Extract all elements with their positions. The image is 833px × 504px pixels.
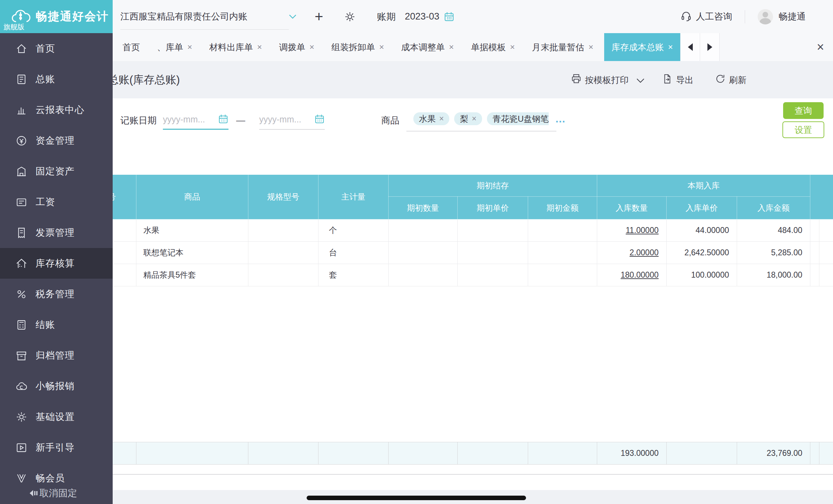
in-qty-link[interactable]: 11.00000	[626, 226, 659, 235]
col-header-in-qty: 入库数量	[597, 197, 667, 219]
remove-tag-icon[interactable]: ×	[472, 114, 476, 123]
play-guide-icon	[16, 442, 27, 453]
tab-close-icon[interactable]: ×	[257, 42, 262, 52]
tab-inventory-cost-ledger[interactable]: 库存成本总账×	[604, 33, 680, 61]
filter-bar: 记账日期 yyyy-mm... — yyyy-mm... 商品 水果 ×	[113, 98, 833, 145]
tab-material-outbound[interactable]: 材料出库单×	[202, 33, 269, 61]
horizontal-scrollbar[interactable]	[307, 496, 526, 500]
sidebar-item-cloud-reports[interactable]: 云报表中心	[0, 95, 113, 125]
table-row: 水果 个 11.00000 44.00000 484.00	[88, 219, 833, 242]
add-account-button[interactable]: +	[315, 9, 323, 24]
app-title: 畅捷通好会计	[36, 9, 109, 24]
cell-unit: 台	[318, 242, 389, 264]
user-name[interactable]: 畅捷通	[779, 10, 806, 23]
tab-close-icon[interactable]: ×	[309, 42, 314, 52]
warehouse-icon	[16, 258, 27, 269]
tab-close-icon[interactable]: ×	[379, 42, 384, 52]
export-button[interactable]: 导出	[662, 74, 693, 86]
sidebar-item-archive[interactable]: 归档管理	[0, 340, 113, 371]
print-by-template-button[interactable]: 按模板打印	[571, 74, 629, 86]
date-filter-label: 记账日期	[120, 114, 157, 127]
tab-bar: 首页 、库单× 材料出库单× 调拨单× 组装拆卸单× 成本调整单× 单据模板× …	[113, 33, 833, 61]
sidebar-item-reimburse[interactable]: 小畅报销	[0, 371, 113, 401]
sidebar-item-tax[interactable]: 税务管理	[0, 279, 113, 309]
product-tags: 水果 × 梨 × 青花瓷U盘钢笔 …	[413, 112, 566, 129]
tab-inbound[interactable]: 、库单×	[150, 33, 200, 61]
inventory-ledger-table: 号 商品 规格型号 主计量 期初结存 本期入库 期初数量 期初单价 期初金额 入…	[87, 174, 833, 286]
refresh-label: 刷新	[729, 74, 746, 86]
cell-in-amount: 484.00	[737, 219, 810, 242]
in-qty-link[interactable]: 2.00000	[630, 248, 659, 257]
tab-transfer[interactable]: 调拨单×	[272, 33, 322, 61]
tab-cost-adjust[interactable]: 成本调整单×	[394, 33, 461, 61]
period-calendar-icon[interactable]	[444, 11, 455, 22]
sidebar-item-invoices[interactable]: 发票管理	[0, 217, 113, 248]
in-qty-link[interactable]: 180.00000	[621, 270, 659, 279]
sidebar-item-label: 新手引导	[36, 441, 75, 454]
settings-button[interactable]: 设置	[782, 121, 824, 138]
export-icon	[662, 74, 673, 86]
unpin-sidebar-button[interactable]: 取消固定	[0, 482, 113, 504]
sidebar-item-guide[interactable]: 新手引导	[0, 432, 113, 463]
calendar-icon[interactable]	[218, 114, 228, 126]
tab-scroll-left-button[interactable]	[681, 33, 700, 61]
sidebar-item-funds[interactable]: 资金管理	[0, 125, 113, 156]
sidebar-item-settings[interactable]: 基础设置	[0, 401, 113, 432]
app-edition: 旗舰版	[3, 22, 24, 32]
tab-assembly[interactable]: 组装拆卸单×	[324, 33, 391, 61]
cell-unit: 个	[318, 219, 389, 242]
close-all-tabs-button[interactable]: ×	[808, 33, 833, 61]
sidebar-item-label: 首页	[36, 42, 55, 55]
tab-label: 、库单	[157, 42, 183, 53]
chevron-down-icon	[289, 14, 297, 19]
tab-doc-template[interactable]: 单据模板×	[464, 33, 522, 61]
page-title: 总账(库存总账)	[108, 73, 180, 87]
unpin-label: 取消固定	[39, 487, 77, 499]
collapse-icon	[29, 489, 38, 497]
sidebar-item-payroll[interactable]: 工资	[0, 187, 113, 217]
tab-close-icon[interactable]: ×	[510, 42, 515, 52]
tab-scroll-nav	[680, 33, 720, 61]
support-button[interactable]: 人工咨询	[681, 10, 732, 23]
cell-product: 联想笔记本	[136, 242, 248, 264]
tab-close-icon[interactable]: ×	[187, 42, 192, 52]
gear-icon	[16, 411, 27, 423]
product-tag: 青花瓷U盘钢笔	[487, 112, 549, 125]
cell-product: 水果	[136, 219, 248, 242]
tab-close-icon[interactable]: ×	[449, 42, 454, 52]
company-selector[interactable]: 江西服宝精品有限责任公司内账	[120, 10, 297, 23]
tab-close-icon[interactable]: ×	[588, 42, 593, 52]
table-row: 精品茶具5件套 套 180.00000 100.00000 18,000.00	[88, 264, 833, 286]
sidebar-item-label: 税务管理	[36, 288, 75, 300]
sidebar-item-closing[interactable]: 结账	[0, 309, 113, 340]
tab-home[interactable]: 首页	[115, 33, 147, 61]
sidebar-item-fixed-assets[interactable]: 固定资产	[0, 156, 113, 187]
query-button[interactable]: 查询	[783, 102, 824, 119]
export-label: 导出	[676, 74, 693, 86]
cloud-logo-icon	[11, 9, 31, 24]
calculator-icon	[16, 319, 27, 331]
print-dropdown-chevron-icon[interactable]	[636, 75, 645, 85]
date-from-input[interactable]: yyyy-mm...	[163, 114, 228, 128]
col-header-product: 商品	[136, 175, 248, 219]
sidebar-item-general-ledger[interactable]: 总账	[0, 64, 113, 95]
refresh-button[interactable]: 刷新	[715, 74, 746, 86]
sidebar-item-home[interactable]: 首页	[0, 33, 113, 64]
col-header-unit: 主计量	[318, 175, 389, 219]
sidebar-item-label: 发票管理	[36, 226, 75, 239]
tab-month-end-estimate[interactable]: 月末批量暂估×	[525, 33, 601, 61]
more-tags-ellipsis[interactable]: …	[555, 113, 566, 125]
date-to-input[interactable]: yyyy-mm...	[259, 114, 325, 128]
remove-tag-icon[interactable]: ×	[439, 114, 444, 123]
calendar-icon[interactable]	[314, 114, 325, 126]
tab-scroll-right-button[interactable]	[700, 33, 720, 61]
cell-product: 精品茶具5件套	[136, 264, 248, 286]
sidebar-item-inventory[interactable]: 库存核算	[0, 248, 113, 279]
tab-label: 调拨单	[279, 42, 305, 53]
avatar[interactable]	[758, 9, 773, 24]
total-in-qty: 193.00000	[597, 442, 667, 465]
tab-close-icon[interactable]: ×	[668, 42, 673, 52]
ledger-icon	[16, 74, 27, 85]
sidebar-item-label: 资金管理	[36, 134, 75, 147]
account-settings-gear-icon[interactable]	[344, 11, 355, 22]
